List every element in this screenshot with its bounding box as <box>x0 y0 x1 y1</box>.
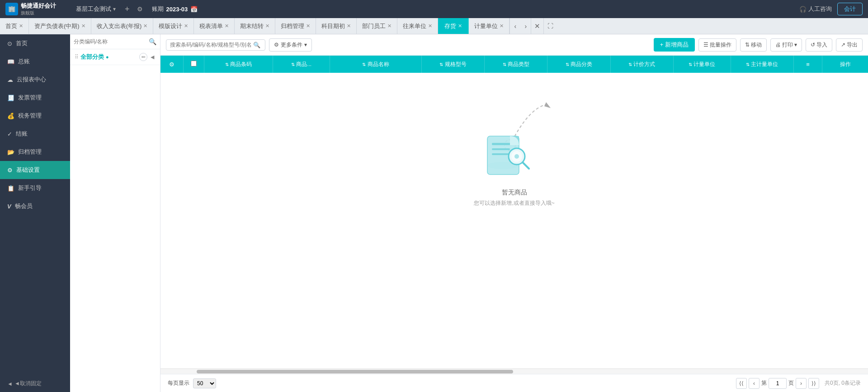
page-last-btn[interactable]: ⟩⟩ <box>808 378 819 389</box>
add-workspace-btn[interactable]: + <box>123 4 132 15</box>
page-prev-btn[interactable]: ‹ <box>749 378 760 389</box>
tab-close-all[interactable]: ✕ <box>531 18 544 34</box>
settings-btn[interactable]: ⚙ <box>135 5 145 14</box>
add-product-btn[interactable]: + 新增商品 <box>654 38 695 52</box>
tab-unit-close[interactable]: ✕ <box>500 23 504 29</box>
sidebar-item-reports[interactable]: ☁ 云报表中心 <box>0 71 70 89</box>
tab-subjects-label: 科目期初 <box>321 22 345 30</box>
tab-contacts-close[interactable]: ✕ <box>428 23 432 29</box>
tab-balance[interactable]: 资产负债表(中期) ✕ <box>29 18 91 34</box>
tab-archive[interactable]: 归档管理 ✕ <box>275 18 316 34</box>
workspace-selector[interactable]: 基层工会测试 ▾ <box>72 3 119 15</box>
col-more[interactable]: ≡ <box>793 56 822 73</box>
export-btn[interactable]: ↗ 导出 <box>836 38 863 52</box>
tab-inventory-close[interactable]: ✕ <box>458 23 462 29</box>
tab-department-close[interactable]: ✕ <box>387 23 392 29</box>
sidebar-item-settings-label: 基础设置 <box>16 166 40 174</box>
sidebar-item-close[interactable]: ✓ 结账 <box>0 125 70 143</box>
tab-inventory[interactable]: 存货 ✕ <box>438 18 469 34</box>
sidebar-item-home[interactable]: ⊙ 首页 <box>0 34 70 52</box>
unpin-icon: ◄ <box>7 381 13 387</box>
product-search-input[interactable] <box>170 42 251 48</box>
tab-template[interactable]: 模版设计 ✕ <box>153 18 194 34</box>
customer-service[interactable]: 🎧 人工咨询 <box>799 5 832 13</box>
tab-nav-next[interactable]: › <box>520 18 531 34</box>
customer-service-label: 人工咨询 <box>808 5 832 13</box>
tab-department[interactable]: 部门员工 ✕ <box>357 18 397 34</box>
col-type[interactable]: ⇅ 商品类型 <box>485 56 547 73</box>
import-btn[interactable]: ↺ 导入 <box>806 38 832 52</box>
col-category[interactable]: ⇅ 商品分类 <box>547 56 610 73</box>
print-btn[interactable]: 🖨 打印 ▾ <box>770 38 802 52</box>
tab-department-label: 部门员工 <box>362 22 386 30</box>
page-input[interactable] <box>769 378 787 389</box>
sidebar-item-ledger[interactable]: 📖 总账 <box>0 52 70 71</box>
ledger-icon: 📖 <box>7 58 14 65</box>
per-page-select[interactable]: 10 20 50 100 <box>193 378 216 388</box>
scrollbar-thumb[interactable] <box>197 370 513 373</box>
page-first-btn[interactable]: ⟨⟨ <box>736 378 747 389</box>
sidebar-collapse-btn[interactable]: ◄ <box>149 53 156 61</box>
category-label[interactable]: 全部分类 <box>80 53 104 61</box>
category-search-input[interactable] <box>74 38 147 45</box>
sidebar-item-invoice[interactable]: 🧾 发票管理 <box>0 89 70 107</box>
tab-nav-prev[interactable]: ‹ <box>509 18 520 34</box>
col-gear[interactable]: ⚙ <box>160 56 184 73</box>
top-header: 🏢 畅捷通好会计 旗舰版 基层工会测试 ▾ + ⚙ 账期 2023-03 📅 🎧… <box>0 0 868 18</box>
tab-archive-close[interactable]: ✕ <box>306 23 310 29</box>
sidebar-item-guide[interactable]: 📋 新手引导 <box>0 179 70 197</box>
tab-close-period[interactable]: 期末结转 ✕ <box>235 18 275 34</box>
tab-tax-close[interactable]: ✕ <box>225 23 229 29</box>
col-unit[interactable]: ⇅ 计量单位 <box>673 56 731 73</box>
tab-template-close[interactable]: ✕ <box>184 23 188 29</box>
sidebar-unpin[interactable]: ◄ ◄取消固定 <box>0 375 70 392</box>
col-check[interactable] <box>184 56 204 73</box>
filter-arrow: ▾ <box>304 42 307 48</box>
col-code[interactable]: ⇅ 商品... <box>273 56 330 73</box>
cat-edit-btn[interactable]: ✏ <box>139 53 147 61</box>
tab-subjects-close[interactable]: ✕ <box>347 23 351 29</box>
sidebar-item-archive[interactable]: 📂 归档管理 <box>0 143 70 161</box>
col-main-unit[interactable]: ⇅ 主计量单位 <box>731 56 793 73</box>
col-spec[interactable]: ⇅ 规格型号 <box>421 56 484 73</box>
col-name[interactable]: ⇅ 商品名称 <box>330 56 422 73</box>
tab-income[interactable]: 收入支出表(年报) ✕ <box>91 18 154 34</box>
sidebar-item-invoice-label: 发票管理 <box>18 94 42 102</box>
sidebar-item-tax[interactable]: 💰 税务管理 <box>0 107 70 125</box>
tab-home-label: 首页 <box>5 22 17 30</box>
settings-icon: ⚙ <box>7 167 13 174</box>
filter-btn[interactable]: ⚙ 更多条件 ▾ <box>269 38 312 52</box>
tab-unit[interactable]: 计量单位 ✕ <box>469 18 509 34</box>
inner-layout: 🔍 ⠿ 全部分类 ● ✏ ◄ 🔍 ⚙ <box>70 34 868 392</box>
tab-income-close[interactable]: ✕ <box>143 23 147 29</box>
import-icon: ↺ <box>811 42 815 48</box>
select-all-checkbox[interactable] <box>191 61 197 66</box>
horizontal-scrollbar[interactable] <box>160 368 868 374</box>
home-icon: ⊙ <box>7 40 12 47</box>
tab-subjects[interactable]: 科目期初 ✕ <box>316 18 357 34</box>
category-search-btn[interactable]: 🔍 <box>149 38 156 45</box>
col-ops: 操作 <box>822 56 868 73</box>
col-price-method[interactable]: ⇅ 计价方式 <box>610 56 673 73</box>
sidebar-item-vip[interactable]: V 畅会员 <box>0 197 70 215</box>
col-barcode[interactable]: ⇅ 商品条码 <box>204 56 273 73</box>
tab-home[interactable]: 首页 ✕ <box>0 18 29 34</box>
move-btn[interactable]: ⇅ 移动 <box>740 38 767 52</box>
tab-home-close[interactable]: ✕ <box>19 23 23 29</box>
calendar-icon[interactable]: 📅 <box>190 6 198 13</box>
svg-rect-6 <box>492 148 510 150</box>
invoice-icon: 🧾 <box>7 94 14 101</box>
account-btn[interactable]: 会计 <box>837 3 863 15</box>
sort-icon-7: ⇅ <box>628 62 632 67</box>
batch-btn[interactable]: ☰ 批量操作 <box>698 38 736 52</box>
document-search-icon <box>478 123 537 181</box>
tab-close-period-close[interactable]: ✕ <box>265 23 269 29</box>
tab-expand[interactable]: ⛶ <box>544 18 557 34</box>
sub-sidebar: 🔍 ⠿ 全部分类 ● ✏ ◄ <box>70 34 160 392</box>
tab-contacts[interactable]: 往来单位 ✕ <box>397 18 438 34</box>
sidebar-item-settings[interactable]: ⚙ 基础设置 <box>0 161 70 179</box>
page-next-btn[interactable]: › <box>796 378 807 389</box>
tab-balance-close[interactable]: ✕ <box>81 23 85 29</box>
export-label: 导出 <box>847 41 858 49</box>
tab-tax[interactable]: 税表清单 ✕ <box>194 18 235 34</box>
